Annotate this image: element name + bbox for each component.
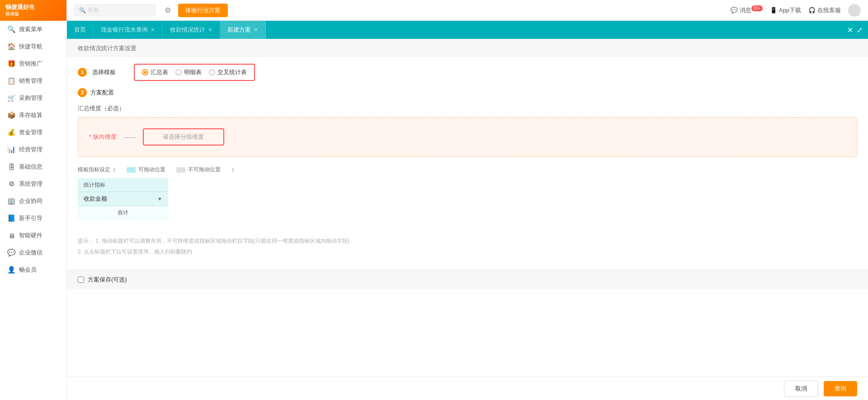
main-section: 1 选择模板 汇总表 明细表 交叉统计表 xyxy=(67,56,868,270)
headset-icon: 🎧 xyxy=(808,7,816,14)
sidebar-label-sales: 销售管理 xyxy=(19,77,42,85)
tab-close-new-plan[interactable]: ✕ xyxy=(254,27,258,33)
sidebar-item-sales[interactable]: 📋销售管理 xyxy=(0,72,66,89)
sidebar-item-search-menu[interactable]: 🔍搜索菜单 xyxy=(0,21,66,38)
tips-section: 提示： 1. 拖动标题栏可以调整布局，不可跨维度或指标区域拖动栏目字段(只能在同… xyxy=(78,230,857,263)
sidebar-logo: 畅捷通好生 标准版 xyxy=(0,0,66,21)
dimension-title: 汇总维度（必选） xyxy=(78,104,857,113)
sidebar-label-member: 畅会员 xyxy=(19,266,37,274)
topbar: 🔍 搜索 ⚙ 体验行业方案 💬 消息 99+ 📱 App下载 🎧 在线客服 xyxy=(67,0,868,21)
legend-draggable-icon xyxy=(127,167,136,173)
search-placeholder: 搜索 xyxy=(88,6,99,14)
maximize-icon[interactable]: ⤢ xyxy=(857,26,863,34)
step1-row: 1 选择模板 汇总表 明细表 交叉统计表 xyxy=(78,64,857,81)
sidebar-label-enterprise: 企业协同 xyxy=(19,197,42,205)
sidebar-item-newbie[interactable]: 📘新手引导 xyxy=(0,210,66,227)
radio-group: 汇总表 明细表 交叉统计表 xyxy=(142,68,247,76)
sidebar-item-quick-nav[interactable]: 🏠快捷导航 xyxy=(0,38,66,55)
metrics-row-label: 收款金额 xyxy=(84,195,107,203)
sidebar-icon-hardware: 🖥 xyxy=(7,232,15,240)
radio-dot-summary xyxy=(142,69,148,75)
sidebar-item-wechat[interactable]: 💬企业微信 xyxy=(0,244,66,261)
tab-home[interactable]: 首页 xyxy=(67,21,94,39)
metrics-legend: 模板指标设定（ 可拖动位置 不可拖动位置 ） xyxy=(78,166,857,174)
query-button[interactable]: 查询 xyxy=(824,381,857,396)
sidebar-icon-system: ⚙ xyxy=(7,180,15,188)
sidebar-item-finance[interactable]: 💰资金管理 xyxy=(0,124,66,141)
topbar-right: 💬 消息 99+ 📱 App下载 🎧 在线客服 xyxy=(731,4,861,17)
radio-cross[interactable]: 交叉统计表 xyxy=(209,68,247,76)
tab-label-bank-flow: 现金银行流水查询 xyxy=(101,26,148,34)
radio-detail-label: 明细表 xyxy=(184,68,202,76)
sidebar-item-operation[interactable]: 📊经营管理 xyxy=(0,141,66,158)
sidebar-item-inventory[interactable]: 📦库存核算 xyxy=(0,107,66,124)
sidebar-label-quick-nav: 快捷导航 xyxy=(19,42,42,51)
save-checkbox[interactable] xyxy=(78,277,84,283)
sidebar-item-hardware[interactable]: 🖥智能硬件 xyxy=(0,227,66,244)
metrics-row-dropdown-icon[interactable]: ▼ xyxy=(157,196,162,202)
dimension-area: * 纵向维度 —— 请选择分组维度 xyxy=(78,117,857,157)
step2-label: 方案配置 xyxy=(90,89,114,97)
tab-label-receipt-stat: 收款情况统计 xyxy=(170,26,205,34)
tip-1: 提示： 1. 拖动标题栏可以调整布局，不可跨维度或指标区域拖动栏目字段(只能在同… xyxy=(78,235,857,246)
step2-title-row: 2 方案配置 xyxy=(78,88,857,97)
sidebar-icon-newbie: 📘 xyxy=(7,214,15,222)
sidebar-label-wechat: 企业微信 xyxy=(19,249,42,257)
legend-fixed-label: 不可拖动位置 xyxy=(188,166,221,174)
sidebar-icon-member: 👤 xyxy=(7,266,15,274)
sidebar-icon-operation: 📊 xyxy=(7,146,15,154)
radio-cross-label: 交叉统计表 xyxy=(217,68,247,76)
radio-summary[interactable]: 汇总表 xyxy=(142,68,168,76)
sidebar-label-operation: 经营管理 xyxy=(19,146,42,154)
logo-text: 畅捷通好生 xyxy=(5,4,35,11)
sidebar-label-purchase: 采购管理 xyxy=(19,94,42,102)
gear-icon[interactable]: ⚙ xyxy=(165,6,171,14)
metrics-section: 模板指标设定（ 可拖动位置 不可拖动位置 ） 统计指标 收款金额 xyxy=(78,166,857,221)
close-window-icon[interactable]: ✕ xyxy=(847,26,853,34)
service-btn[interactable]: 🎧 在线客服 xyxy=(808,6,841,14)
sidebar-item-marketing[interactable]: 🎁营销推广 xyxy=(0,55,66,72)
avatar[interactable] xyxy=(848,4,861,17)
step1-num: 1 xyxy=(78,68,87,77)
tip-2: 2. 点击标题栏下拉可设置排序、插入列和删除列 xyxy=(78,246,857,257)
tab-new-plan[interactable]: 新建方案✕ xyxy=(220,21,266,39)
dimension-arrow-icon: —— xyxy=(124,134,136,141)
metrics-table-row[interactable]: 收款金额 ▼ xyxy=(78,192,168,206)
tabbar: 首页现金银行流水查询✕收款情况统计✕新建方案✕ ✕ ⤢ xyxy=(67,21,868,39)
sidebar-label-search-menu: 搜索菜单 xyxy=(19,25,42,33)
sidebar-item-enterprise[interactable]: 🏢企业协同 xyxy=(0,193,66,210)
legend-draggable-label: 可拖动位置 xyxy=(138,166,165,174)
search-box[interactable]: 🔍 搜索 xyxy=(74,4,156,16)
sidebar-icon-basic: 🗄 xyxy=(7,163,15,171)
sidebar-item-basic[interactable]: 🗄基础信息 xyxy=(0,158,66,175)
sidebar-item-purchase[interactable]: 🛒采购管理 xyxy=(0,89,66,107)
page-title: 收款情况统计方案设置 xyxy=(78,45,137,52)
tab-close-receipt-stat[interactable]: ✕ xyxy=(208,27,212,33)
sidebar-item-member[interactable]: 👤畅会员 xyxy=(0,261,66,278)
tab-bank-flow[interactable]: 现金银行流水查询✕ xyxy=(94,21,163,39)
sidebar-label-newbie: 新手引导 xyxy=(19,214,42,222)
sidebar-icon-enterprise: 🏢 xyxy=(7,197,15,205)
footer: 取消 查询 xyxy=(67,376,868,400)
step2-num: 2 xyxy=(78,88,87,97)
metrics-table: 统计指标 收款金额 ▼ 合计 xyxy=(78,178,168,220)
radio-dot-detail xyxy=(175,69,182,75)
metrics-label: 模板指标设定（ xyxy=(78,166,116,174)
download-btn[interactable]: 📱 App下载 xyxy=(770,6,801,14)
tab-close-bank-flow[interactable]: ✕ xyxy=(151,27,155,33)
legend-fixed-item: 不可拖动位置 xyxy=(176,166,221,174)
radio-detail[interactable]: 明细表 xyxy=(175,68,202,76)
save-label: 方案保存(可选) xyxy=(88,276,127,284)
logo-sub: 标准版 xyxy=(5,11,35,17)
message-btn[interactable]: 💬 消息 99+ xyxy=(731,6,763,14)
tabbar-actions: ✕ ⤢ xyxy=(842,21,868,39)
download-icon: 📱 xyxy=(770,7,777,14)
dimension-placeholder[interactable]: 请选择分组维度 xyxy=(143,128,224,146)
sidebar-label-inventory: 库存核算 xyxy=(19,111,42,119)
trial-btn[interactable]: 体验行业方案 xyxy=(178,4,228,17)
sidebar-item-system[interactable]: ⚙系统管理 xyxy=(0,175,66,193)
tab-receipt-stat[interactable]: 收款情况统计✕ xyxy=(163,21,220,39)
sidebar-label-hardware: 智能硬件 xyxy=(19,231,42,240)
cancel-button[interactable]: 取消 xyxy=(784,381,818,397)
sidebar-icon-marketing: 🎁 xyxy=(7,60,15,68)
